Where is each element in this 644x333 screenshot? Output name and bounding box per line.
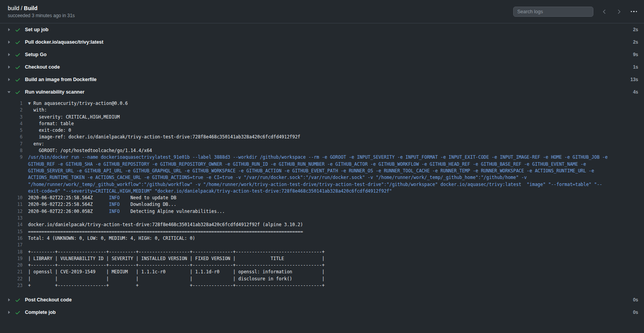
log-line-number[interactable]	[0, 181, 23, 188]
log-text-segment: exit-code=0" "--severity=CRITICAL,HIGH,M…	[28, 188, 392, 194]
more-options-button[interactable]	[630, 9, 638, 14]
log-text-segment: ACTIONS_RUNTIME_TOKEN -e ACTIONS_CACHE_U…	[28, 175, 527, 180]
log-line-number[interactable]: 23	[0, 282, 23, 289]
log-line-text: +---------+------------------+----------…	[28, 249, 325, 255]
search-next-button[interactable]	[615, 8, 623, 16]
log-text-segment: Need to update DB	[120, 195, 176, 200]
log-line-text: + +------------------+ + +--------------…	[28, 282, 325, 289]
step-name: Setup Go	[25, 52, 47, 57]
success-check-icon	[15, 27, 21, 33]
log-line-number[interactable]: 16	[0, 235, 23, 242]
log-line-number[interactable]: 17	[0, 242, 23, 248]
log-line-number[interactable]: 7	[0, 141, 23, 147]
log-line-number[interactable]: 3	[0, 114, 23, 120]
log-line-number[interactable]: 11	[0, 201, 23, 208]
log-text-segment: 2020-06-02T22:26:00.058Z	[28, 209, 109, 214]
step-duration: 13s	[630, 77, 638, 82]
step-row-build-an-image-from-dockerfile[interactable]: Build an image from Dockerfile13s	[0, 73, 644, 86]
log-line: 20+---------+------------------+--------…	[0, 262, 644, 269]
step-row-run-vulnerability-scanner[interactable]: Run vulnerability scanner4s	[0, 86, 644, 98]
log-line: 13	[0, 215, 644, 221]
group-toggle-icon[interactable]: ▼	[28, 101, 33, 106]
step-row-pull-docker-io-aquasec-trivy-latest[interactable]: Pull docker.io/aquasec/trivy:latest2s	[0, 36, 644, 48]
log-line-number[interactable]	[0, 188, 23, 195]
log-line-number[interactable]: 10	[0, 195, 23, 201]
step-row-complete-job[interactable]: Complete job0s	[0, 306, 644, 319]
chevron-right-icon[interactable]	[6, 66, 12, 69]
log-text-segment: INFO	[109, 195, 120, 200]
step-name: Checkout code	[25, 64, 60, 70]
step-row-checkout-code[interactable]: Checkout code1s	[0, 61, 644, 73]
log-text-segment: Downloading DB...	[120, 202, 176, 207]
chevron-right-icon[interactable]	[6, 78, 12, 81]
log-text-segment: Total: 4 (UNKNOWN: 0, LOW: 0, MEDIUM: 4,…	[28, 236, 195, 241]
log-text-segment: INFO	[109, 209, 120, 214]
log-line-number[interactable]: 9	[0, 154, 23, 161]
log-line-text: GOROOT: /opt/hostedtoolcache/go/1.14.4/x…	[28, 147, 152, 154]
log-text-segment: exit-code: 0	[28, 128, 71, 133]
log-line: 14docker.io/danielpacak/trivy-action-tes…	[0, 221, 644, 228]
kebab-icon	[631, 11, 637, 12]
log-line-number[interactable]	[0, 161, 23, 168]
log-line-number[interactable]: 14	[0, 221, 23, 228]
log-line-text: 2020-06-02T22:25:58.564Z INFO Need to up…	[28, 195, 176, 201]
chevron-down-icon[interactable]	[6, 91, 12, 93]
log-text-segment: +---------+------------------+----------…	[28, 262, 325, 268]
chevron-right-icon[interactable]	[6, 311, 12, 314]
step-duration: 4s	[633, 89, 638, 95]
log-line: GITHUB_REF -e GITHUB_SHA -e GITHUB_REPOS…	[0, 161, 644, 168]
chevron-right-icon[interactable]	[6, 53, 12, 56]
log-line-number[interactable]: 13	[0, 215, 23, 221]
log-line-text: | | | | | | disclosure in fork() |	[28, 276, 325, 282]
chevron-right-icon[interactable]	[6, 41, 12, 44]
log-line-number[interactable]: 2	[0, 107, 23, 113]
chevron-right-icon[interactable]	[6, 28, 12, 31]
step-row-setup-go[interactable]: Setup Go9s	[0, 48, 644, 61]
log-line-number[interactable]: 6	[0, 134, 23, 140]
chevron-right-icon[interactable]	[6, 298, 12, 301]
log-line-number[interactable]: 5	[0, 127, 23, 134]
log-line-number[interactable]	[0, 168, 23, 174]
log-line-text: GITHUB_SERVER_URL -e GITHUB_API_URL -e G…	[28, 168, 594, 174]
log-line-number[interactable]: 19	[0, 255, 23, 262]
log-line-text: image-ref: docker.io/danielpacak/trivy-a…	[28, 134, 300, 140]
page-title: build / Build	[8, 5, 75, 12]
log-line-text: with:	[28, 107, 47, 113]
step-duration: 0s	[633, 297, 638, 303]
log-line-number[interactable]: 8	[0, 147, 23, 154]
success-check-icon	[15, 52, 21, 58]
log-line: 8 GOROOT: /opt/hostedtoolcache/go/1.14.4…	[0, 147, 644, 154]
log-text-segment: +---------+------------------+----------…	[28, 249, 325, 255]
log-line: 21| openssl | CVE-2019-1549 | MEDIUM | 1…	[0, 269, 644, 275]
log-line-text: exit-code=0" "--severity=CRITICAL,HIGH,M…	[28, 188, 392, 195]
log-text-segment: format: table	[28, 121, 74, 126]
log-line-text: | LIBRARY | VULNERABILITY ID | SEVERITY …	[28, 255, 325, 262]
log-line: 5 exit-code: 0	[0, 127, 644, 134]
log-line-number[interactable]	[0, 174, 23, 181]
success-check-icon	[15, 89, 21, 95]
header: build / Build succeeded 3 minutes ago in…	[0, 0, 644, 23]
log-line-number[interactable]: 18	[0, 249, 23, 255]
log-line: "/home/runner/work/_temp/_github_workflo…	[0, 181, 644, 188]
search-prev-button[interactable]	[600, 8, 608, 16]
success-check-icon	[15, 39, 21, 45]
log-line-number[interactable]: 15	[0, 228, 23, 235]
log-text-segment: GITHUB_REF -e GITHUB_SHA -e GITHUB_REPOS…	[28, 161, 586, 167]
log-line-number[interactable]: 4	[0, 120, 23, 127]
log-line-number[interactable]: 1	[0, 100, 23, 107]
log-line-number[interactable]: 20	[0, 262, 23, 269]
log-line-number[interactable]: 21	[0, 269, 23, 275]
log-line-number[interactable]: 12	[0, 208, 23, 215]
log-line-text: format: table	[28, 120, 74, 127]
step-name: Complete job	[25, 310, 56, 315]
chevron-left-icon	[601, 9, 607, 15]
log-line-number[interactable]: 22	[0, 276, 23, 282]
log-line: 122020-06-02T22:26:00.058Z INFO Detectin…	[0, 208, 644, 215]
search-input[interactable]	[513, 7, 593, 17]
step-name: Post Checkout code	[25, 297, 72, 303]
step-name: Build an image from Dockerfile	[25, 77, 97, 82]
log-view: 1▼ Run aquasecurity/trivy-action@0.0.62 …	[0, 98, 644, 294]
log-line-text: ACTIONS_RUNTIME_TOKEN -e ACTIONS_CACHE_U…	[28, 174, 527, 181]
step-row-set-up-job[interactable]: Set up job2s	[0, 23, 644, 36]
step-row-post-checkout-code[interactable]: Post Checkout code0s	[0, 294, 644, 306]
